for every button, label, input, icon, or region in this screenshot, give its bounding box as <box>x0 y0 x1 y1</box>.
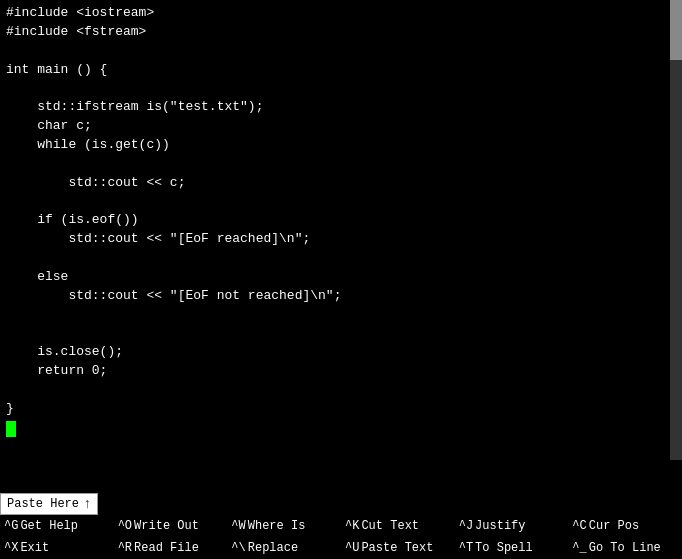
menu-item-to-spell[interactable]: ^T To Spell <box>455 537 569 559</box>
menu-label: Cur Pos <box>589 519 639 533</box>
code-content: #include <iostream> #include <fstream> i… <box>6 4 664 419</box>
menu-label: Where Is <box>248 519 306 533</box>
menu-item-paste-text[interactable]: ^U Paste Text <box>341 537 455 559</box>
menu-label: Exit <box>20 541 49 555</box>
menu-shortcut: ^J <box>459 519 473 533</box>
menu-item-where-is[interactable]: ^W Where Is <box>227 515 341 537</box>
menu-label: Write Out <box>134 519 199 533</box>
menu-row-1: ^G Get Help^O Write Out^W Where Is^K Cut… <box>0 515 682 537</box>
paste-arrow-icon: ↑ <box>83 496 91 512</box>
menu-label: Get Help <box>20 519 78 533</box>
menu-shortcut: ^_ <box>572 541 586 555</box>
menu-item-justify[interactable]: ^J Justify <box>455 515 569 537</box>
menu-shortcut: ^K <box>345 519 359 533</box>
menu-row-2: ^X Exit^R Read File^\ Replace^U Paste Te… <box>0 537 682 559</box>
cursor <box>6 421 16 437</box>
menu-shortcut: ^G <box>4 519 18 533</box>
menu-item-write-out[interactable]: ^O Write Out <box>114 515 228 537</box>
menu-shortcut: ^R <box>118 541 132 555</box>
menu-label: Justify <box>475 519 525 533</box>
menu-item-exit[interactable]: ^X Exit <box>0 537 114 559</box>
menu-label: Go To Line <box>589 541 661 555</box>
scrollbar-thumb[interactable] <box>670 0 682 60</box>
menu-item-cur-pos[interactable]: ^C Cur Pos <box>568 515 682 537</box>
menu-shortcut: ^\ <box>231 541 245 555</box>
paste-tooltip[interactable]: Paste Here ↑ <box>0 493 98 515</box>
bottom-bar: ^G Get Help^O Write Out^W Where Is^K Cut… <box>0 515 682 559</box>
menu-item-cut-text[interactable]: ^K Cut Text <box>341 515 455 537</box>
menu-shortcut: ^T <box>459 541 473 555</box>
menu-item-read-file[interactable]: ^R Read File <box>114 537 228 559</box>
menu-item-go-to-line[interactable]: ^_ Go To Line <box>568 537 682 559</box>
scrollbar[interactable] <box>670 0 682 460</box>
menu-shortcut: ^U <box>345 541 359 555</box>
menu-shortcut: ^W <box>231 519 245 533</box>
editor-area[interactable]: #include <iostream> #include <fstream> i… <box>0 0 670 460</box>
menu-label: Paste Text <box>361 541 433 555</box>
menu-label: To Spell <box>475 541 533 555</box>
menu-item-get-help[interactable]: ^G Get Help <box>0 515 114 537</box>
paste-here-label: Paste Here <box>7 497 79 511</box>
menu-label: Replace <box>248 541 298 555</box>
menu-shortcut: ^O <box>118 519 132 533</box>
menu-label: Read File <box>134 541 199 555</box>
menu-shortcut: ^X <box>4 541 18 555</box>
menu-shortcut: ^C <box>572 519 586 533</box>
menu-item-replace[interactable]: ^\ Replace <box>227 537 341 559</box>
menu-label: Cut Text <box>361 519 419 533</box>
